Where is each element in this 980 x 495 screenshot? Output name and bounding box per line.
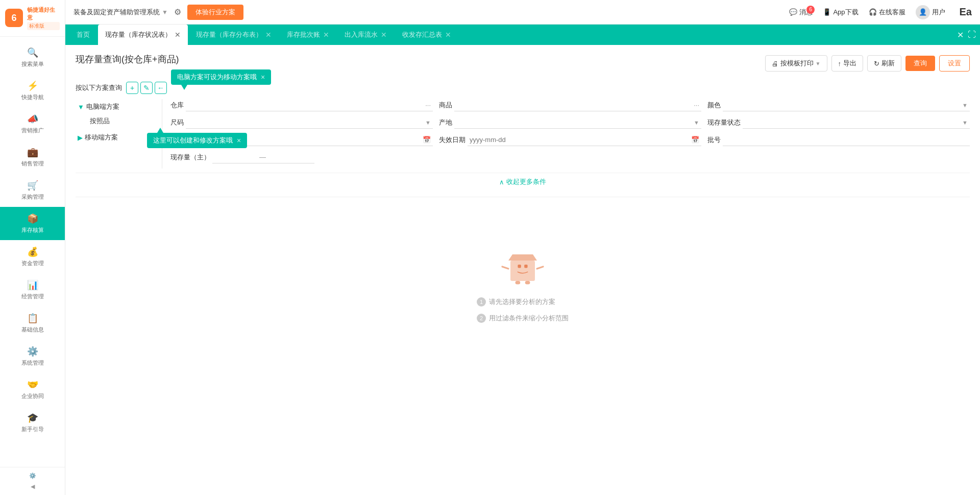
sidebar-item-inventory[interactable]: 📦 库存核算 [0, 207, 65, 240]
export-btn[interactable]: ↑ 导出 [831, 55, 864, 72]
sidebar-item-purchase[interactable]: 🛒 采购管理 [0, 174, 65, 207]
prod-date-calendar-icon[interactable]: 📅 [423, 136, 431, 144]
tab-inventory-status-close[interactable]: ✕ [175, 31, 181, 39]
tooltip-pc-scenario: 电脑方案可设为移动方案哦 × [171, 69, 271, 85]
mobile-scenario-header[interactable]: ▶ 移动端方案 [76, 130, 158, 145]
warehouse-input-wrap[interactable]: ··· [186, 99, 433, 111]
sidebar-item-finance[interactable]: 💰 资金管理 [0, 240, 65, 273]
goods-input-wrap[interactable]: ··· [454, 99, 701, 111]
tab-inout-label: 出入库流水 [345, 30, 378, 39]
top-header: 装备及固定资产辅助管理系统 ▼ ⚙ 体验行业方案 💬 消息 6 📱 App下载 … [65, 0, 980, 25]
header-settings-icon[interactable]: ⚙ [174, 7, 181, 17]
sidebar-nav: 🔍 搜索菜单 ⚡ 快捷导航 📣 营销推广 💼 销售管理 🛒 采购管理 📦 库存核… [0, 37, 65, 467]
sidebar-settings-btn[interactable]: ⚙️ [29, 473, 36, 479]
exp-date-calendar-icon[interactable]: 📅 [691, 136, 699, 144]
system-title-select[interactable]: 装备及固定资产辅助管理系统 ▼ [74, 8, 168, 17]
exp-date-input-wrap[interactable]: 📅 [468, 134, 701, 146]
sidebar-item-system[interactable]: ⚙️ 系统管理 [0, 340, 65, 373]
stock-status-input[interactable] [745, 119, 962, 126]
batch-input-wrap[interactable] [723, 134, 970, 146]
color-select-wrap[interactable]: ▼ [723, 99, 970, 111]
sidebar-item-sales-label: 销售管理 [21, 160, 44, 168]
warehouse-input[interactable] [188, 101, 425, 109]
app-download-btn[interactable]: 📱 App下载 [823, 8, 858, 17]
tooltip2-text: 这里可以创建和修改方案哦 [153, 136, 233, 145]
color-filter: 颜色 ▼ [707, 99, 970, 111]
tab-batch-close[interactable]: ✕ [323, 31, 329, 39]
logo-icon: 6 [5, 9, 23, 27]
size-input[interactable] [188, 119, 425, 126]
sidebar-item-guide[interactable]: 🎓 新手引导 [0, 406, 65, 439]
add-scenario-btn[interactable]: + [126, 82, 138, 94]
quantity-min-input[interactable] [214, 153, 255, 161]
search-btn[interactable]: 查询 [905, 56, 935, 71]
tab-receive[interactable]: 收发存汇总表 ✕ [395, 25, 458, 45]
sidebar: 6 畅捷通好生意 标准版 🔍 搜索菜单 ⚡ 快捷导航 📣 营销推广 💼 销售管理… [0, 0, 65, 495]
sidebar-item-search[interactable]: 🔍 搜索菜单 [0, 41, 65, 74]
svg-rect-0 [510, 261, 535, 281]
origin-select-wrap[interactable]: ▼ [454, 116, 701, 129]
tooltip2-close[interactable]: × [237, 136, 241, 145]
pc-scenario-header[interactable]: ▼ 电脑端方案 [76, 99, 158, 114]
page-actions: 🖨 按模板打印 ▼ ↑ 导出 ↻ 刷新 查询 设置 [765, 55, 970, 72]
batch-input[interactable] [725, 136, 968, 144]
purchase-icon: 🛒 [27, 180, 38, 191]
tab-inout[interactable]: 出入库流水 ✕ [337, 25, 394, 45]
tooltip1-text: 电脑方案可设为移动方案哦 [177, 73, 257, 82]
collapse-bar[interactable]: ∧ 收起更多条件 [76, 173, 970, 191]
sidebar-item-marketing[interactable]: 📣 营销推广 [0, 107, 65, 140]
trial-btn[interactable]: 体验行业方案 [187, 5, 243, 20]
enterprise-icon: 🤝 [27, 379, 38, 390]
color-input[interactable] [725, 101, 962, 109]
empty-illustration [497, 244, 548, 285]
origin-input[interactable] [456, 119, 694, 126]
support-btn[interactable]: 🎧 在线客服 [869, 8, 905, 17]
tip-num-1: 1 [477, 297, 486, 307]
ea-badge: Ea [960, 6, 972, 18]
close-all-tabs-btn[interactable]: ✕ [957, 30, 964, 40]
support-icon: 🎧 [869, 8, 877, 16]
goods-input[interactable] [456, 101, 694, 109]
stock-status-select-wrap[interactable]: ▼ [743, 116, 970, 129]
message-action-wrap: 💬 消息 6 [789, 8, 813, 17]
avatar-icon: 👤 [919, 8, 927, 16]
tab-inventory-status[interactable]: 现存量（库存状况表） ✕ [98, 25, 188, 45]
tab-inventory-dist[interactable]: 现存量（库存分布表） ✕ [189, 25, 279, 45]
message-badge: 6 [806, 6, 815, 14]
top-header-right: 💬 消息 6 📱 App下载 🎧 在线客服 👤 用户 Ea [789, 5, 972, 19]
sidebar-item-enterprise[interactable]: 🤝 企业协同 [0, 373, 65, 406]
tab-batch[interactable]: 库存批次账 ✕ [280, 25, 336, 45]
edit-scenario-btn[interactable]: ✎ [140, 82, 153, 94]
size-select-wrap[interactable]: ▼ [186, 116, 433, 129]
expand-btn[interactable]: ⛶ [968, 30, 976, 39]
basic-icon: 📋 [27, 313, 38, 324]
print-btn[interactable]: 🖨 按模板打印 ▼ [765, 55, 827, 72]
sidebar-item-basic[interactable]: 📋 基础信息 [0, 307, 65, 340]
quantity-input-wrap[interactable]: — [212, 151, 314, 163]
pc-scenario-expand-icon: ▼ [78, 103, 84, 111]
user-btn[interactable]: 👤 用户 [916, 5, 945, 19]
sidebar-item-operations[interactable]: 📊 经营管理 [0, 273, 65, 307]
sidebar-collapse-btn[interactable]: ◀ [31, 483, 35, 490]
back-btn[interactable]: ← [155, 82, 167, 94]
empty-state: 1 请先选择要分析的方案 2 用过滤条件来缩小分析范围 [76, 203, 970, 366]
settings-btn[interactable]: 设置 [939, 55, 970, 72]
tab-inventory-dist-close[interactable]: ✕ [265, 31, 272, 39]
filter-label: 按以下方案查询 [76, 83, 122, 92]
sidebar-item-sales[interactable]: 💼 销售管理 [0, 140, 65, 174]
filter-fields: 仓库 ··· 商品 ··· [162, 99, 970, 169]
exp-date-input[interactable] [470, 136, 691, 144]
scenario-default-label: 按照品 [90, 117, 110, 125]
tip-text-2: 用过滤条件来缩小分析范围 [489, 312, 569, 325]
tab-home[interactable]: 首页 [69, 25, 97, 45]
tab-receive-close[interactable]: ✕ [445, 31, 451, 39]
tab-inventory-dist-label: 现存量（库存分布表） [196, 30, 262, 39]
finance-icon: 💰 [27, 246, 38, 257]
tab-inout-close[interactable]: ✕ [381, 31, 387, 39]
refresh-btn[interactable]: ↻ 刷新 [867, 55, 901, 72]
logo-title: 畅捷通好生意 [27, 6, 60, 22]
tooltip1-close[interactable]: × [261, 73, 265, 81]
sidebar-item-quicknav[interactable]: ⚡ 快捷导航 [0, 74, 65, 107]
pc-scenario-label: 电脑端方案 [86, 102, 119, 111]
scenario-item-default[interactable]: 按照品 [86, 114, 158, 128]
